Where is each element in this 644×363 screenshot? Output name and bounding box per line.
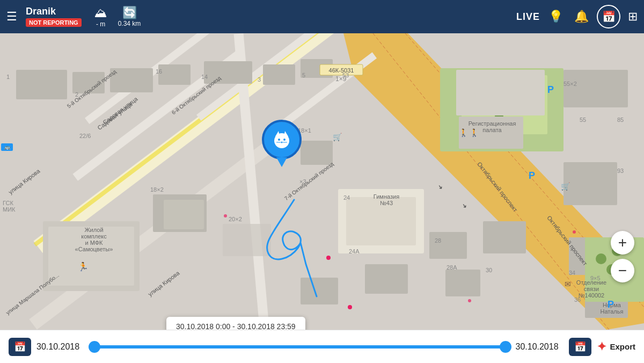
num-3-label: 3 xyxy=(258,76,261,83)
svg-rect-12 xyxy=(16,70,67,99)
svg-point-65 xyxy=(326,256,331,260)
speed-info: 🔄 0.34 km xyxy=(118,6,141,27)
num1-label: 1 xyxy=(6,74,10,80)
cat-icon xyxy=(271,129,292,150)
live-label: LIVE xyxy=(516,11,540,23)
svg-point-42 xyxy=(596,253,606,264)
date-range-text: 30.10.2018 0:00 - 30.10.2018 23:59 xyxy=(176,322,296,330)
bottom-bar: 📅 30.10.2018 30.10.2018 📅 ✦ Export xyxy=(0,330,644,363)
tracker-pin xyxy=(262,120,302,159)
export-label: Export xyxy=(610,342,635,351)
export-star-icon: ✦ xyxy=(597,340,606,354)
svg-marker-70 xyxy=(275,131,280,136)
svg-text:🏃: 🏃 xyxy=(78,262,89,272)
svg-point-67 xyxy=(468,299,471,302)
svg-rect-15 xyxy=(158,64,191,85)
timeline-fill xyxy=(94,345,506,349)
date-end-label: 30.10.2018 xyxy=(515,342,564,352)
svg-rect-48 xyxy=(365,264,408,294)
date-start-label: 30.10.2018 xyxy=(36,342,85,352)
svg-rect-38 xyxy=(564,162,617,205)
num93-label: 93 xyxy=(617,168,624,174)
num28a-label: 28А xyxy=(447,264,457,271)
svg-rect-46 xyxy=(301,141,333,165)
num30-label: 30 xyxy=(486,267,492,273)
device-name: Dranik xyxy=(26,6,82,17)
num24a-label: 24А xyxy=(349,248,360,255)
zoom-plus-button[interactable]: + xyxy=(611,231,634,255)
altitude-value: - m xyxy=(96,20,105,28)
svg-rect-51 xyxy=(483,221,526,253)
num2-label: 2 xyxy=(75,91,78,98)
num-small-label: 5 xyxy=(302,72,305,78)
timeline-track[interactable] xyxy=(94,345,506,349)
num-14-label: 14 xyxy=(201,74,208,80)
timeline-thumb-left[interactable] xyxy=(89,341,100,353)
device-info: Dranik NOT REPORTING xyxy=(26,6,82,27)
parking2-label: P xyxy=(529,170,535,182)
gimnazia-label: Гимназия№43 xyxy=(349,193,424,206)
timeline-thumb-right[interactable] xyxy=(500,341,511,353)
svg-point-74 xyxy=(281,142,283,143)
svg-point-73 xyxy=(283,139,286,141)
zhiloy-label: Жилойкомплекси МФК«Самоцветы» xyxy=(48,227,140,252)
num34-label: 34 xyxy=(569,270,575,276)
date-tooltip: 30.10.2018 0:00 - 30.10.2018 23:59 xyxy=(166,317,305,330)
grid-icon[interactable]: ⊞ xyxy=(628,10,638,24)
date-start-calendar-button[interactable]: 📅 xyxy=(9,338,31,356)
mountain-icon: ⛰ xyxy=(94,5,107,20)
bell-button[interactable]: 🔔 xyxy=(571,6,591,27)
svg-rect-32 xyxy=(164,200,204,229)
svg-rect-47 xyxy=(301,278,338,304)
num55x2-label: 55×2 xyxy=(564,81,577,87)
zoom-minus-button[interactable]: − xyxy=(611,259,634,282)
speed-icon: 🔄 xyxy=(122,6,137,20)
svg-rect-36 xyxy=(456,70,545,115)
svg-text:46К-5031: 46К-5031 xyxy=(329,67,354,74)
num55-label: 55 xyxy=(580,117,586,123)
numx3-label: ×3 xyxy=(299,178,306,185)
header: ☰ Dranik NOT REPORTING ⛰ - m 🔄 0.34 km L… xyxy=(0,0,644,33)
calendar-button[interactable]: 📅 xyxy=(597,5,620,28)
svg-rect-45 xyxy=(223,224,271,256)
otdelenie-label: Отделениесвязи№140002 xyxy=(567,279,616,299)
menu-icon[interactable]: ☰ xyxy=(6,10,17,24)
num-block2-label: 18×2 xyxy=(150,186,164,193)
svg-point-68 xyxy=(224,214,227,217)
parking3-label: P xyxy=(608,299,614,310)
num-16-label: 16 xyxy=(156,68,162,75)
reg-palata-label: Регистрационнаяпалата xyxy=(460,120,524,133)
svg-text:🛒: 🛒 xyxy=(561,182,570,191)
export-button[interactable]: ✦ Export xyxy=(597,340,635,354)
bulb-button[interactable]: 💡 xyxy=(545,6,566,27)
num28-label: 28 xyxy=(435,237,441,244)
svg-text:🚌: 🚌 xyxy=(4,144,11,150)
svg-rect-50 xyxy=(445,270,480,296)
svg-text:🛒: 🛒 xyxy=(333,133,342,142)
speed-value: 0.34 km xyxy=(118,20,141,27)
svg-point-64 xyxy=(348,305,352,309)
num20x2-label: 20×2 xyxy=(229,216,242,222)
num85-label: 85 xyxy=(617,117,624,123)
date-end-calendar-button[interactable]: 📅 xyxy=(569,338,591,356)
svg-rect-17 xyxy=(263,64,295,85)
not-reporting-badge: NOT REPORTING xyxy=(26,18,82,27)
parking1-label: P xyxy=(547,84,554,96)
svg-rect-49 xyxy=(429,232,467,259)
gsk-label: ГСКМИК xyxy=(3,200,15,213)
svg-marker-71 xyxy=(284,131,288,136)
svg-point-66 xyxy=(573,230,576,234)
svg-point-72 xyxy=(278,139,280,141)
map-area: 46К-5031 🚌 🚶 🚶 🏃 🛒 🛒 ✉ ➜ ➜ Садовая улица… xyxy=(0,33,644,330)
svg-rect-35 xyxy=(564,70,628,107)
mountain-info: ⛰ - m xyxy=(94,5,107,28)
num22-label: 22/6 xyxy=(79,133,91,139)
